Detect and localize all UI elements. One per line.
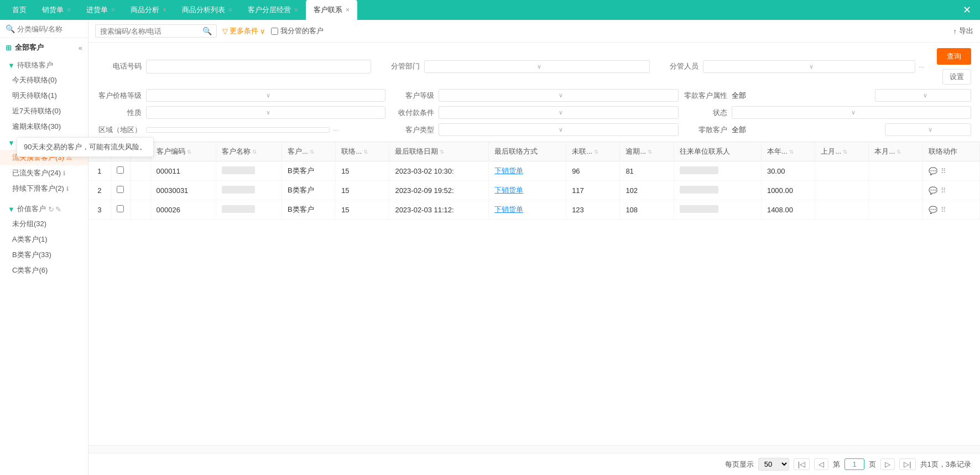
more-action-icon[interactable]: ⠿ — [941, 186, 946, 195]
sidebar-item-overdue-contact[interactable]: 逾期未联络(30) — [0, 119, 88, 134]
td-last-way[interactable]: 下销货单 — [489, 181, 566, 200]
more-action-icon[interactable]: ⠿ — [941, 206, 946, 214]
customer-level-select[interactable]: ∨ — [439, 89, 678, 102]
page-next-btn[interactable]: ▷ — [880, 458, 895, 470]
gender-select[interactable]: ∨ — [146, 106, 385, 119]
window-close-btn[interactable]: ✕ — [958, 4, 976, 16]
chat-icon[interactable]: 💬 — [929, 206, 937, 214]
sidebar-item-already-lost[interactable]: 已流失客户(24) ℹ — [0, 165, 88, 181]
sidebar-item-tomorrow-contact[interactable]: 明天待联络(1) — [0, 88, 88, 103]
th-unit-contact[interactable]: 往来单位联系人 — [674, 142, 761, 161]
th-last-date[interactable]: 最后联络日期 ⇅ — [389, 142, 489, 161]
status-select[interactable]: ∨ — [732, 106, 971, 119]
tab-home[interactable]: 首页 — [4, 0, 34, 20]
sidebar-item-today-contact[interactable]: 今天待联络(0) — [0, 72, 88, 88]
customer-type-select[interactable]: ∨ — [439, 123, 678, 136]
th-code[interactable]: 客户编码 ⇅ — [150, 142, 216, 161]
sort-name[interactable]: 客户名称 ⇅ — [222, 147, 257, 156]
td-last-way[interactable]: 下销货单 — [489, 200, 566, 220]
chat-icon[interactable]: 💬 — [929, 186, 937, 195]
dept-select[interactable]: ∨ — [424, 60, 649, 73]
last-way-link[interactable]: 下销货单 — [494, 166, 523, 175]
tab-product-analysis[interactable]: 商品分析 × — [123, 0, 174, 20]
tab-close-purchase[interactable]: × — [111, 6, 115, 14]
price-level-select[interactable]: ∨ — [146, 89, 385, 102]
th-name[interactable]: 客户名称 ⇅ — [216, 142, 282, 161]
sidebar-item-c-class[interactable]: C类客户(6) — [0, 263, 88, 278]
value-group-refresh[interactable]: ↻ — [48, 205, 54, 213]
value-group-edit[interactable]: ✎ — [55, 205, 61, 213]
search-input[interactable] — [100, 27, 202, 35]
phone-label: 电话号码 — [97, 61, 142, 71]
td-checkbox[interactable] — [111, 161, 131, 181]
sidebar-item-b-class[interactable]: B类客户(33) — [0, 247, 88, 263]
tab-close-product-analysis[interactable]: × — [163, 6, 166, 14]
sidebar-item-ungroup[interactable]: 未分组(32) — [0, 216, 88, 232]
page-size-select[interactable]: 50 100 — [758, 458, 789, 471]
sidebar-root[interactable]: ⊞ 全部客户 « — [0, 38, 88, 57]
th-last-way[interactable]: 最后联络方式 — [489, 142, 566, 161]
row-checkbox-2[interactable] — [117, 205, 124, 212]
sort-contact[interactable]: 联络... ⇅ — [341, 147, 368, 156]
th-overdue[interactable]: 逾期... ⇅ — [620, 142, 674, 161]
page-prev-btn[interactable]: ◁ — [814, 458, 828, 470]
th-type[interactable]: 客户... ⇅ — [282, 142, 335, 161]
group-pending-contact[interactable]: ▼ 待联络客户 — [0, 57, 88, 72]
tab-customer-tier[interactable]: 客户分层经营 × — [240, 0, 306, 20]
phone-input[interactable] — [146, 60, 371, 74]
sort-this-month[interactable]: 本月... ⇅ — [874, 147, 901, 156]
sort-code[interactable]: 客户编码 ⇅ — [157, 147, 191, 156]
search-execute-icon[interactable]: 🔍 — [202, 27, 212, 35]
sort-this-year[interactable]: 本年... ⇅ — [767, 147, 794, 156]
sort-uncontacted[interactable]: 未联... ⇅ — [572, 147, 598, 156]
tab-close-sales[interactable]: × — [67, 6, 71, 14]
td-checkbox[interactable] — [111, 181, 131, 200]
last-way-link[interactable]: 下销货单 — [494, 186, 523, 194]
page-first-btn[interactable]: |◁ — [794, 458, 810, 470]
settings-btn[interactable]: 设置 — [942, 69, 971, 85]
tab-close-product-list[interactable]: × — [228, 6, 232, 14]
th-uncontacted[interactable]: 未联... ⇅ — [566, 142, 620, 161]
th-this-year[interactable]: 本年... ⇅ — [761, 142, 815, 161]
tab-sales-order[interactable]: 销货单 × — [34, 0, 79, 20]
th-contact[interactable]: 联络... ⇅ — [336, 142, 389, 161]
person-dots[interactable]: ··· — [915, 62, 928, 71]
last-way-link[interactable]: 下销货单 — [494, 205, 523, 213]
tab-customer-contact[interactable]: 客户联系 × — [306, 0, 357, 20]
th-this-month[interactable]: 本月... ⇅ — [869, 142, 922, 161]
th-last-month[interactable]: 上月... ⇅ — [815, 142, 869, 161]
zero-attr-select[interactable]: ∨ — [875, 89, 971, 102]
sort-last-date[interactable]: 最后联络日期 ⇅ — [395, 147, 444, 156]
horizontal-scrollbar[interactable] — [88, 445, 980, 453]
row-checkbox-1[interactable] — [117, 186, 124, 193]
sidebar-search-input[interactable] — [17, 25, 88, 33]
tab-product-analysis-list[interactable]: 商品分析列表 × — [174, 0, 240, 20]
export-btn[interactable]: ↑ 导出 — [953, 26, 974, 36]
person-select[interactable]: ∨ — [703, 60, 915, 73]
more-conditions-btn[interactable]: ▽ 更多条件 ∨ — [222, 26, 265, 36]
region-dots[interactable]: ··· — [330, 126, 342, 134]
td-checkbox[interactable] — [111, 200, 131, 220]
sidebar-item-week-contact[interactable]: 近7天待联络(0) — [0, 103, 88, 119]
my-customers-checkbox[interactable] — [271, 28, 278, 35]
sidebar-collapse-btn[interactable]: « — [79, 44, 82, 52]
sort-type[interactable]: 客户... ⇅ — [288, 147, 314, 156]
more-action-icon[interactable]: ⠿ — [941, 167, 946, 175]
page-last-btn[interactable]: ▷| — [899, 458, 915, 470]
page-input[interactable] — [845, 458, 864, 470]
sort-overdue[interactable]: 逾期... ⇅ — [625, 147, 652, 156]
sidebar-item-a-class[interactable]: A类客户(1) — [0, 232, 88, 247]
chat-icon[interactable]: 💬 — [929, 167, 937, 175]
row-checkbox-0[interactable] — [117, 166, 124, 174]
group-value-customer[interactable]: ▼ 价值客户 ↻ ✎ — [0, 201, 88, 216]
payment-select[interactable]: ∨ — [439, 106, 678, 119]
td-last-way[interactable]: 下销货单 — [489, 161, 566, 181]
tab-purchase-order[interactable]: 进货单 × — [79, 0, 123, 20]
zero-customer-select[interactable]: ∨ — [885, 123, 971, 136]
tab-close-customer-contact[interactable]: × — [346, 6, 350, 14]
query-btn[interactable]: 查询 — [937, 48, 971, 65]
sort-last-month[interactable]: 上月... ⇅ — [821, 147, 847, 156]
tab-close-customer-tier[interactable]: × — [294, 6, 298, 14]
sidebar-item-declining[interactable]: 持续下滑客户(2) ℹ — [0, 181, 88, 196]
region-select[interactable] — [146, 127, 330, 133]
